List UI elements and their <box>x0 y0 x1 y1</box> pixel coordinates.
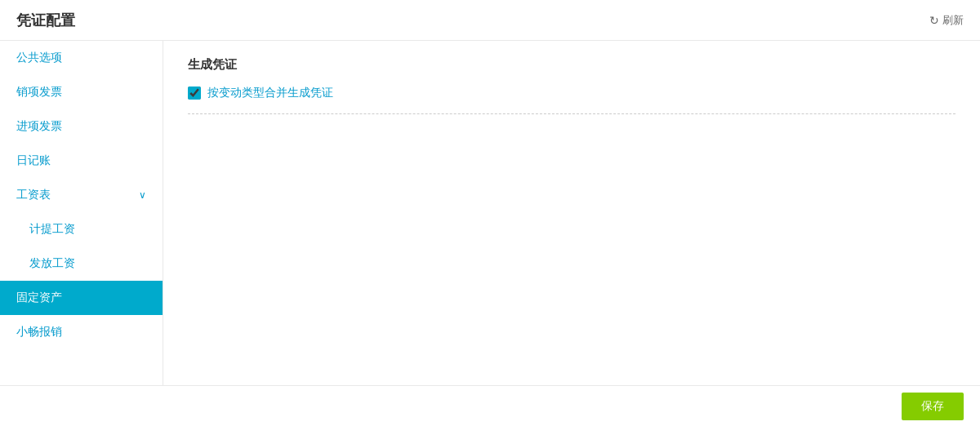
footer: 保存 <box>0 385 980 426</box>
sidebar-item-journal[interactable]: 日记账 <box>0 144 163 178</box>
sidebar-item-fixed-assets[interactable]: 固定资产 <box>0 281 163 315</box>
sidebar-item-label: 销项发票 <box>16 85 62 100</box>
merge-by-type-checkbox[interactable] <box>188 87 201 100</box>
sidebar-item-label: 公共选项 <box>16 51 62 65</box>
sidebar-item-purchase-invoice[interactable]: 进项发票 <box>0 109 163 144</box>
sidebar-item-label: 进项发票 <box>16 119 62 134</box>
merge-by-type-label: 按变动类型合并生成凭证 <box>207 86 333 100</box>
section-divider <box>188 113 956 114</box>
main-content: 公共选项销项发票进项发票日记账工资表∨计提工资发放工资固定资产小畅报销 生成凭证… <box>0 41 980 385</box>
sidebar-item-sales-invoice[interactable]: 销项发票 <box>0 75 163 109</box>
save-button[interactable]: 保存 <box>902 393 964 420</box>
sidebar: 公共选项销项发票进项发票日记账工资表∨计提工资发放工资固定资产小畅报销 <box>0 41 163 385</box>
sidebar-item-public-options[interactable]: 公共选项 <box>0 41 163 75</box>
sidebar-item-payroll-table[interactable]: 工资表∨ <box>0 178 163 212</box>
sidebar-item-expense-report[interactable]: 小畅报销 <box>0 315 163 349</box>
sidebar-item-label: 工资表 <box>16 188 51 202</box>
refresh-label: 刷新 <box>942 13 964 28</box>
refresh-icon: ↻ <box>929 14 939 27</box>
sidebar-item-label: 固定资产 <box>16 291 62 305</box>
sidebar-item-label: 小畅报销 <box>16 325 62 339</box>
page-container: 凭证配置 ↻ 刷新 公共选项销项发票进项发票日记账工资表∨计提工资发放工资固定资… <box>0 0 980 426</box>
header: 凭证配置 ↻ 刷新 <box>0 0 980 41</box>
content-area: 生成凭证 按变动类型合并生成凭证 <box>163 41 980 385</box>
refresh-button[interactable]: ↻ 刷新 <box>929 13 964 28</box>
sidebar-item-label: 计提工资 <box>29 222 75 237</box>
sidebar-item-label: 日记账 <box>16 153 51 168</box>
page-title: 凭证配置 <box>16 11 75 30</box>
sidebar-item-label: 发放工资 <box>29 256 75 271</box>
sidebar-item-calc-salary[interactable]: 计提工资 <box>0 212 163 246</box>
section-title: 生成凭证 <box>188 57 956 73</box>
checkbox-row: 按变动类型合并生成凭证 <box>188 86 956 100</box>
sidebar-item-pay-salary[interactable]: 发放工资 <box>0 246 163 281</box>
chevron-down-icon: ∨ <box>139 189 146 201</box>
